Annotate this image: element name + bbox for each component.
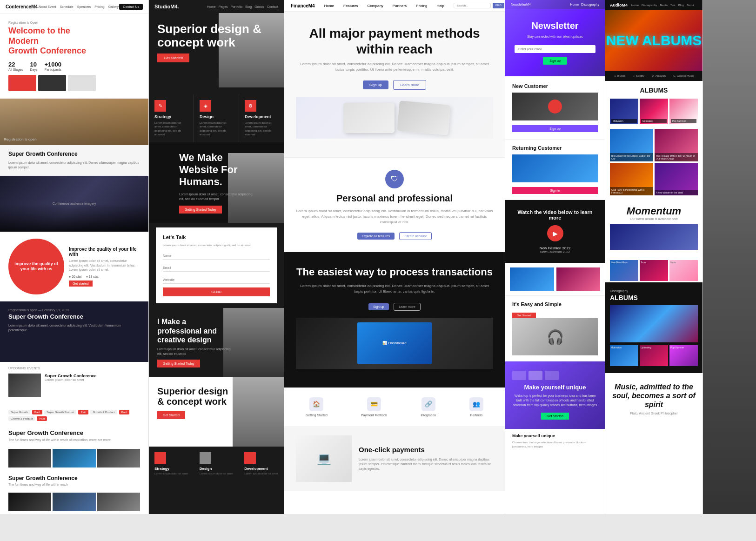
studio-email-input[interactable] bbox=[163, 264, 270, 272]
newsletter-video-title: Watch the video below to learn more bbox=[512, 209, 598, 220]
studio-website-input[interactable] bbox=[163, 276, 270, 284]
audio-event-1[interactable]: Big Concert in the Largest Club of the C… bbox=[610, 129, 653, 161]
studio-nav-pages[interactable]: Pages bbox=[219, 5, 228, 8]
audio-event-3[interactable]: Club Party in Partnership With a FamousD… bbox=[610, 163, 653, 195]
finance-one-click-section: 💻 One-click payments Lorem ipsum dolor s… bbox=[284, 426, 505, 491]
studio-getting-started-btn[interactable]: Getting Started Today bbox=[179, 206, 222, 214]
finance-logo: FinanceM4 bbox=[291, 3, 315, 8]
audio-amazon[interactable]: A Amazon bbox=[652, 74, 666, 77]
audio-nav-test[interactable]: Test bbox=[670, 4, 676, 7]
conf-tag-4[interactable]: Growth & Product bbox=[8, 416, 35, 421]
newsletter-easy-btn[interactable]: Get Started bbox=[512, 313, 536, 318]
finance-shield-icon: 🛡 bbox=[385, 170, 404, 188]
audio-event-2[interactable]: The Release of the First Full Album of O… bbox=[655, 129, 698, 161]
audio-disco-upbeating[interactable]: Upbeating bbox=[640, 345, 668, 366]
studio-nav-home[interactable]: Home bbox=[207, 5, 216, 8]
conf-nav-schedule[interactable]: Schedule bbox=[60, 5, 74, 8]
finance-create-btn[interactable]: Create account bbox=[399, 232, 431, 240]
conf-nav-pricing[interactable]: Pricing bbox=[94, 5, 104, 8]
newsletter-email-input[interactable] bbox=[515, 45, 595, 53]
studio-logo: StudioM4. bbox=[154, 4, 179, 9]
conf-nav-speakers[interactable]: Speakers bbox=[77, 5, 91, 8]
nl-nav-disco[interactable]: Discography bbox=[581, 3, 599, 6]
conf-tag-paid-2[interactable]: Paid bbox=[78, 410, 88, 414]
studio-dark-text: Lorem ipsum dolor sit amet, consectetur … bbox=[179, 192, 254, 201]
audio-nav-media[interactable]: Media bbox=[660, 4, 667, 7]
studio-strategy-icon: ✎ bbox=[154, 100, 166, 112]
studio-creative-cta-btn[interactable]: Getting Started Today bbox=[157, 360, 200, 367]
newsletter-coll-2 bbox=[556, 267, 601, 291]
audio-nav-blog[interactable]: Blog bbox=[678, 4, 684, 7]
newsletter-unique-btn[interactable]: Get Started bbox=[541, 413, 569, 420]
newsletter-video-section: Watch the video below to learn more ▶ Ne… bbox=[505, 200, 605, 263]
conf-tag-paid-1[interactable]: Paid bbox=[32, 410, 42, 414]
finance-nav-features[interactable]: Features bbox=[343, 4, 358, 8]
audio-tours[interactable]: Tours bbox=[640, 260, 668, 281]
finance-search-input[interactable] bbox=[454, 3, 491, 8]
audio-event-4[interactable]: A new concert of the band bbox=[655, 163, 698, 195]
conf-thumb-3 bbox=[68, 75, 96, 91]
newsletter-submit-btn[interactable]: Sign up bbox=[543, 57, 567, 65]
finance-explore-btn[interactable]: Explore all features bbox=[357, 233, 395, 240]
studio-name-input[interactable] bbox=[163, 252, 270, 260]
conf-tag-3[interactable]: Growth & Product bbox=[90, 410, 117, 414]
audio-google-music[interactable]: G Google Music bbox=[673, 74, 694, 77]
finance-nav-company[interactable]: Company bbox=[368, 4, 383, 8]
studio-nav-goods[interactable]: Goods bbox=[254, 5, 264, 8]
newsletter-logo: NewsletterM4 bbox=[511, 3, 531, 6]
audio-album-upbeating[interactable]: Upbeating bbox=[640, 99, 668, 124]
conf-nav-about[interactable]: About Event bbox=[38, 5, 56, 8]
conf-section1-title: Super Growth Conference bbox=[8, 151, 140, 158]
column-finance: FinanceM4 Home Features Company Partners… bbox=[284, 0, 505, 514]
conf-section1-text: Lorem ipsum dolor sit amet, consectetur … bbox=[8, 160, 140, 170]
finance-payment-icon: 💳 bbox=[367, 397, 381, 411]
audio-new-album[interactable]: New New Album bbox=[610, 260, 638, 281]
audio-disco-pop-summer[interactable]: Pop Summer bbox=[669, 345, 698, 366]
audio-google-icon: G bbox=[673, 74, 676, 77]
audio-nav-disco[interactable]: Discography bbox=[642, 4, 657, 7]
finance-nav-partners[interactable]: Partners bbox=[393, 4, 407, 8]
studio-get-started-btn[interactable]: Get Started bbox=[157, 53, 189, 62]
studio-nav-blog[interactable]: Blog bbox=[245, 5, 252, 8]
audio-event-grid: Big Concert in the Largest Club of the C… bbox=[605, 127, 702, 198]
finance-dark-learn-btn[interactable]: Learn more bbox=[394, 303, 421, 311]
audio-album-pop-summer[interactable]: Pop Summer bbox=[669, 99, 698, 124]
conf-tag-paid-4[interactable]: Paid bbox=[37, 416, 47, 421]
studio-bottom-cta-btn[interactable]: Get Started bbox=[157, 411, 185, 419]
finance-hero-learn-btn[interactable]: Learn more bbox=[393, 80, 426, 90]
audio-spotify[interactable]: ♪ Spotify bbox=[633, 74, 644, 77]
audio-news[interactable]: News bbox=[669, 260, 698, 281]
studio-send-button[interactable]: SEND bbox=[163, 287, 270, 296]
audio-nav-home[interactable]: Home bbox=[631, 4, 639, 7]
conf-bt-2 bbox=[53, 493, 95, 511]
audio-nav-about[interactable]: About bbox=[687, 4, 694, 7]
finance-try-pro-btn[interactable]: PRO bbox=[493, 3, 504, 8]
newsletter-new-customer-btn[interactable]: Sign up bbox=[512, 125, 598, 132]
conf-tag-1[interactable]: Super Growth bbox=[8, 410, 30, 414]
conf-bottom-subtitle: The fun times and way of life within rea… bbox=[0, 483, 148, 490]
studio-nav-portfolio[interactable]: Portfolio bbox=[231, 5, 243, 8]
audio-disco-motivation[interactable]: Motivation bbox=[610, 345, 638, 366]
finance-nav-home[interactable]: Home bbox=[324, 4, 334, 8]
conf-tag-2[interactable]: Super Growth Product bbox=[44, 410, 76, 414]
audio-disco-main-image bbox=[610, 305, 698, 342]
conf-cta-button[interactable]: Contact Us bbox=[119, 4, 143, 10]
conf-nav-gallery[interactable]: Gallery bbox=[108, 5, 119, 8]
finance-nav-pricing[interactable]: Pricing bbox=[416, 4, 427, 8]
newsletter-easy-title: It's Easy and Simple bbox=[512, 301, 598, 307]
finance-hero-signup-btn[interactable]: Sign up bbox=[363, 80, 388, 89]
conf-get-started-btn[interactable]: Get started bbox=[69, 281, 93, 287]
newsletter-play-button[interactable]: ▶ bbox=[547, 225, 563, 241]
nl-nav-home[interactable]: Home bbox=[570, 3, 579, 6]
audio-album-motivation[interactable]: Motivation bbox=[610, 99, 638, 124]
studio-nav-contact[interactable]: Contact bbox=[267, 5, 278, 8]
studio-service-cards: ✎ Strategy Lorem ipsum dolor sit amet, c… bbox=[149, 94, 284, 142]
finance-nav-help[interactable]: Help bbox=[437, 4, 444, 8]
audio-itunes[interactable]: ♫ iTunes bbox=[614, 74, 625, 77]
finance-dark-signup-btn[interactable]: Sign up bbox=[368, 303, 389, 310]
newsletter-returning-btn[interactable]: Sign in bbox=[512, 187, 598, 194]
finance-hero: All major payment methods within reach L… bbox=[284, 12, 505, 158]
audio-disco-album-row: Motivation Upbeating Pop Summer bbox=[610, 345, 698, 366]
newsletter-returning-section: Returning Customer Sign in bbox=[505, 140, 605, 200]
conf-tag-paid-3[interactable]: Paid bbox=[119, 410, 129, 414]
